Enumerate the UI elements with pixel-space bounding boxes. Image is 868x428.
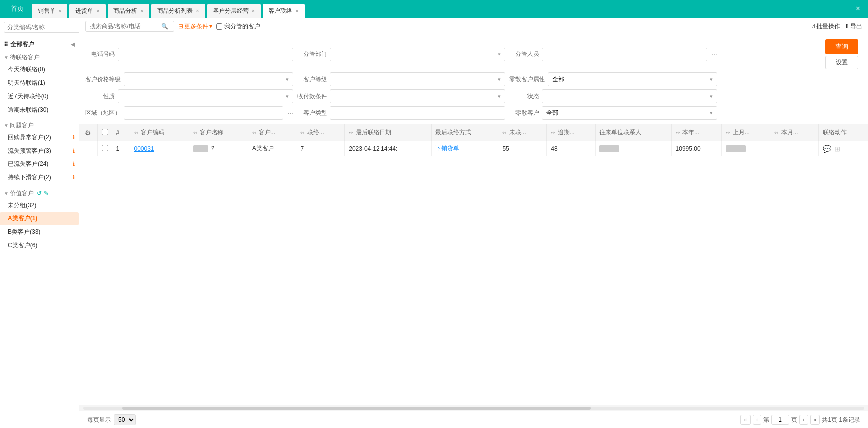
sidebar-search-area: 🔍 [0,18,79,37]
field-phone-input[interactable] [118,48,293,61]
th-this-year[interactable]: ⇔ 本年... [671,124,722,141]
scrollbar-track[interactable] [83,407,864,410]
col-resizer-overdue: ⇔ [551,130,555,135]
nav-tab-sales[interactable]: 销售单 × [32,4,67,18]
nav-tab-purchase[interactable]: 进货单 × [69,4,105,18]
select-all-checkbox[interactable] [102,129,108,135]
tab-close-customer-segment[interactable]: × [252,8,255,14]
field-price-grade-select[interactable]: ▾ [124,72,293,86]
sidebar-item-lostwarning[interactable]: 流失预警客户(3) ℹ [0,144,79,158]
sidebar-item-declining[interactable]: 持续下滑客户(2) ℹ [0,171,79,184]
field-dept-select[interactable]: ▾ [330,48,505,61]
tab-close-product-list[interactable]: × [196,8,199,14]
sidebar-item-today[interactable]: 今天待联络(0) [0,63,79,76]
filter-search-input[interactable] [90,23,159,30]
scrollbar-thumb[interactable] [122,407,591,410]
nav-tab-customer-segment[interactable]: 客户分层经营 × [207,4,261,18]
filter-search-box[interactable]: 🔍 [85,21,174,32]
th-history-contact[interactable]: 往来单位联系人 [596,124,672,141]
comment-icon[interactable]: 💬 [823,145,831,153]
th-type[interactable]: ⇔ 客户... [248,124,296,141]
export-btn[interactable]: ⬆ 导出 [844,22,862,31]
field-retail-attr-select[interactable]: 全部 ▾ [548,72,717,86]
field-manager-dots[interactable]: ··· [711,51,717,58]
query-btn[interactable]: 查询 [825,39,858,54]
th-settings[interactable]: ⚙ [79,124,97,141]
tab-close-purchase[interactable]: × [96,8,99,14]
th-last-way[interactable]: 最后联络方式 [432,124,498,141]
nav-tab-product-analysis[interactable]: 商品分析 × [108,4,149,18]
sidebar-item-b-class[interactable]: B类客户(33) [0,225,79,239]
sidebar-item-abnormal[interactable]: 回购异常客户(2) ℹ [0,131,79,144]
sidebar-item-c-class[interactable]: C类客户(6) [0,239,79,252]
th-code[interactable]: ⇔ 客户编码 [130,124,189,141]
td-code[interactable]: 000031 [130,141,189,156]
nav-tab-customer-contact[interactable]: 客户联络 × [263,4,304,18]
batch-op-btn[interactable]: ☑ 批量操作 [810,22,840,31]
adv-filter-row-2: 客户价格等级 ▾ 客户等级 ▾ 零散客户属性 全部 ▾ [85,72,862,86]
field-ctype-input[interactable] [330,106,505,120]
field-status-select[interactable]: ▾ [542,89,717,103]
page-number-input[interactable] [771,415,789,425]
sidebar-all-customers[interactable]: ⠿ 全部客户 ◀ [0,37,79,52]
nav-tab-product-list[interactable]: 商品分析列表 × [151,4,205,18]
field-price-grade-label: 客户价格等级 [85,75,121,84]
customer-code-link[interactable]: 000031 [134,145,154,152]
more-conditions-btn[interactable]: ⊟ 更多条件 ▾ [178,22,212,31]
filter-actions: ☑ 批量操作 ⬆ 导出 [810,22,862,31]
sidebar-collapse-icon[interactable]: ◀ [71,41,75,48]
next-page-btn[interactable]: › [799,415,808,425]
page-size-select[interactable]: 50 [114,414,136,425]
my-customers-input[interactable] [216,23,222,30]
settings-btn[interactable]: 设置 [825,56,858,69]
th-uncontacted[interactable]: ⇔ 未联... [498,124,547,141]
table-row: 1 000031 ？ A类客户 7 2023-04-12 14:44: 下销货单 [79,141,868,156]
field-nature-select[interactable]: ▾ [118,89,293,103]
th-last-date[interactable]: ⇔ 最后联络日期 [345,124,432,141]
sidebar-item-ungroup[interactable]: 未分组(32) [0,199,79,212]
customer-name-suffix: ？ [210,145,216,152]
chevron-retail2: ▾ [710,110,713,116]
th-this-month[interactable]: ⇔ 本月... [770,124,819,141]
filter-search-icon[interactable]: 🔍 [161,23,168,30]
field-customer-grade: 客户等级 ▾ [297,72,505,86]
th-overdue[interactable]: ⇔ 逾期... [547,124,596,141]
edit-icon[interactable]: ✎ [44,190,49,197]
page-size-area: 每页显示 50 [87,414,136,425]
sidebar-item-overdue[interactable]: 逾期未联络(30) [0,104,79,117]
th-contact[interactable]: ⇔ 联络... [296,124,345,141]
sidebar-problem-group: ▼ 问题客户 [0,119,79,131]
field-retail-select[interactable]: 全部 ▾ [542,106,717,120]
qr-icon[interactable]: ⊞ [834,145,840,153]
last-way-link[interactable]: 下销货单 [435,145,459,152]
td-checkbox[interactable] [97,141,112,156]
field-region-input[interactable] [124,106,283,120]
prev-page-btn[interactable]: ‹ [753,415,761,425]
row-checkbox[interactable] [102,145,108,151]
tab-close-product-analysis[interactable]: × [140,8,143,14]
close-all-tabs[interactable]: × [852,4,864,13]
th-checkbox[interactable] [97,124,112,141]
tab-close-customer-contact[interactable]: × [295,8,298,14]
field-payment-select[interactable]: ▾ [330,89,505,103]
field-customer-grade-select[interactable]: ▾ [330,72,505,86]
last-page-btn[interactable]: » [810,415,820,425]
first-page-btn[interactable]: « [740,415,751,425]
tab-close-sales[interactable]: × [58,8,61,14]
sidebar-item-lost[interactable]: 已流失客户(24) ℹ [0,158,79,171]
field-region-dots[interactable]: ··· [287,109,293,117]
sidebar-item-a-class[interactable]: A类客户(1) [0,212,79,225]
td-history-contact [596,141,672,156]
field-manager-input[interactable] [542,48,707,61]
table-wrapper: ⚙ # ⇔ 客户编码 ⇔ 客户名称 [79,124,868,405]
nav-home[interactable]: 首页 [4,0,31,18]
sidebar-search-input[interactable] [4,22,79,33]
gear-icon[interactable]: ⚙ [85,129,91,137]
sidebar-item-7days[interactable]: 近7天待联络(0) [0,90,79,103]
td-last-way[interactable]: 下销货单 [432,141,498,156]
sidebar-item-tomorrow[interactable]: 明天待联络(1) [0,76,79,90]
th-name[interactable]: ⇔ 客户名称 [189,124,248,141]
my-customers-checkbox[interactable]: 我分管的客户 [216,22,260,31]
th-last-month[interactable]: ⇔ 上月... [722,124,770,141]
refresh-icon[interactable]: ↺ [37,190,42,197]
